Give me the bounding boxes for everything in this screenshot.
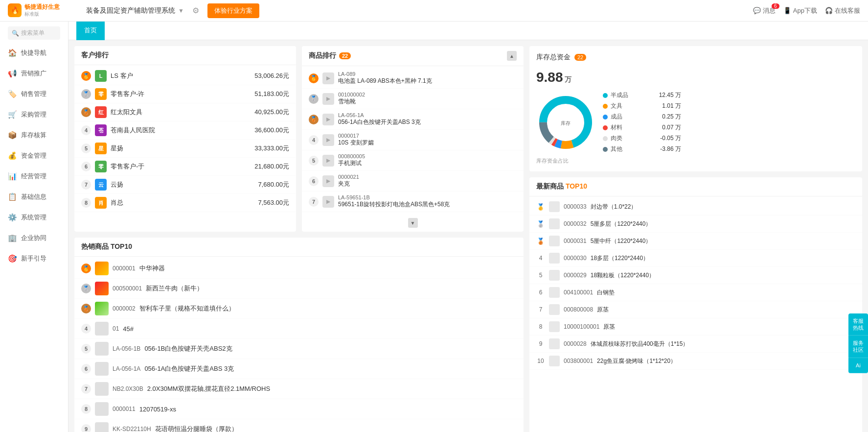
avatar: 星 bbox=[95, 143, 107, 154]
sidebar-item-marketing[interactable]: 📢 营销推广 bbox=[0, 63, 68, 84]
customer-service-button[interactable]: 客服热线 bbox=[848, 313, 868, 336]
sidebar-item-company[interactable]: 🏢 企业协同 bbox=[0, 228, 68, 248]
float-buttons: 客服热线 服务社区 Ai bbox=[848, 313, 868, 373]
avatar: L bbox=[95, 70, 107, 82]
product-code: LA-089 bbox=[338, 71, 517, 77]
sidebar-label: 系统管理 bbox=[21, 213, 46, 222]
legend-item-stationery: 文具 1.01 万 bbox=[603, 102, 681, 110]
customer-name: LS 客户 bbox=[111, 72, 251, 80]
product-name: 手机测试 bbox=[338, 159, 517, 168]
scroll-up-icon[interactable]: ▲ bbox=[507, 51, 517, 61]
table-row: 🥈 ▶ 001000002 雪地靴 bbox=[302, 89, 524, 109]
list-item: 🥈 0000032 5厘多层（1220*2440） bbox=[529, 216, 862, 233]
list-item: 7 000800008 原茎 bbox=[529, 301, 862, 318]
hot-products-header: 热销商品 TOP10 bbox=[74, 238, 524, 257]
scroll-down-icon[interactable]: ▼ bbox=[408, 218, 418, 228]
legend-value: 0.07 万 bbox=[662, 123, 681, 132]
product-thumbnail bbox=[549, 270, 560, 281]
app-download-button[interactable]: 📱 App下载 bbox=[783, 6, 817, 15]
product-name: 10S 变刻罗孀 bbox=[338, 139, 517, 147]
message-button[interactable]: 💬 消息 6 bbox=[753, 6, 776, 15]
product-img: ▶ bbox=[322, 196, 334, 208]
sidebar-item-inventory[interactable]: 📦 库存核算 bbox=[0, 125, 68, 145]
sidebar-item-basic[interactable]: 📋 基础信息 bbox=[0, 187, 68, 207]
product-ranking-card: 商品排行 22 ▲ 🥇 ▶ LA-089 电池盖 LA-089 ABS本色+黑种… bbox=[302, 46, 524, 232]
sidebar-item-operation[interactable]: 📊 经营管理 bbox=[0, 166, 68, 187]
product-code: 0000001 bbox=[113, 265, 136, 272]
dropdown-arrow-icon[interactable]: ▼ bbox=[178, 7, 184, 14]
product-thumbnail bbox=[549, 304, 560, 315]
online-service-button[interactable]: 🎧 在线客服 bbox=[825, 6, 860, 15]
message-badge: 6 bbox=[772, 3, 779, 9]
product-ranking-header: 商品排行 22 ▲ bbox=[302, 46, 524, 66]
page-tabs: 首页 bbox=[69, 22, 868, 40]
product-thumbnail bbox=[95, 422, 109, 432]
sidebar-item-guide[interactable]: 🎯 新手引导 bbox=[0, 248, 68, 269]
rank-num-4: 4 bbox=[309, 135, 319, 145]
legend-value: 0.25 万 bbox=[662, 113, 681, 121]
inventory-icon: 📦 bbox=[8, 131, 17, 140]
product-thumbnail bbox=[95, 382, 109, 396]
sidebar-item-system[interactable]: ⚙️ 系统管理 bbox=[0, 207, 68, 228]
hot-products-title: 热销商品 TOP10 bbox=[81, 242, 132, 251]
product-name: 18多层（1220*2440） bbox=[591, 254, 649, 263]
purchase-icon: 🛒 bbox=[8, 110, 17, 119]
sidebar-item-finance[interactable]: 💰 资金管理 bbox=[0, 145, 68, 166]
sidebar-label: 企业协同 bbox=[21, 234, 46, 242]
sidebar-label: 资金管理 bbox=[21, 151, 46, 160]
legend-item-meat: 肉类 -0.05 万 bbox=[603, 134, 681, 143]
right-panel: 库存总资金 22 9.88 万 bbox=[529, 46, 862, 432]
list-item: 🥇 0000001 中华神器 bbox=[74, 259, 524, 279]
service-community-button[interactable]: 服务社区 bbox=[848, 336, 868, 358]
rank-medal-2: 🥈 bbox=[81, 89, 91, 99]
avatar: 苍 bbox=[95, 124, 107, 136]
list-item: 5 0000029 18颗粒板（1220*2440） bbox=[529, 267, 862, 284]
product-code: 0000028 bbox=[564, 340, 587, 347]
table-row: 7 ▶ LA-59651-1B 59651-1B旋转投影灯电池盒ABS黑色+58… bbox=[302, 192, 524, 212]
search-menu-input[interactable]: 🔍 搜索菜单 bbox=[8, 26, 60, 40]
product-name: 056-1A白色按键开关盖ABS 3克 bbox=[338, 118, 517, 126]
sidebar-item-quick-nav[interactable]: 🏠 快捷导航 bbox=[0, 43, 68, 63]
tab-home[interactable]: 首页 bbox=[76, 22, 105, 40]
product-img: ▶ bbox=[322, 155, 334, 167]
list-item: 6 004100001 白钢垫 bbox=[529, 284, 862, 301]
inventory-title: 库存总资金 22 bbox=[536, 53, 586, 62]
product-thumbnail bbox=[95, 282, 109, 295]
rank-num-5: 5 bbox=[81, 144, 91, 153]
settings-button[interactable]: ⚙ bbox=[189, 4, 203, 18]
trial-button[interactable]: 体验行业方案 bbox=[207, 3, 259, 18]
product-thumbnail bbox=[549, 218, 560, 229]
rank-medal-3: 🥉 bbox=[81, 304, 91, 313]
rank-medal-1: 🥇 bbox=[309, 73, 319, 83]
product-img: ▶ bbox=[322, 93, 334, 105]
list-item: 7 NB2.0X30B 2.0X30MM双摆花轴,摆花直径2.1MM/ROHS bbox=[74, 379, 524, 399]
legend-label: 其他 bbox=[611, 145, 657, 153]
product-thumbnail bbox=[549, 236, 560, 246]
customer-amount: 36,600.00元 bbox=[254, 126, 289, 135]
left-mid-section: 客户排行 🥇 L LS 客户 53,006.26元 🥈 零 零售客户-许 bbox=[74, 46, 524, 432]
list-item: 4 01 45# bbox=[74, 319, 524, 339]
list-item: 8 10000100001 原茎 bbox=[529, 318, 862, 336]
customer-name: 苍南县人民医院 bbox=[111, 126, 251, 135]
rank-num-7: 7 bbox=[536, 306, 545, 313]
sidebar-label: 营销推广 bbox=[21, 69, 46, 78]
sidebar-item-sales[interactable]: 🏷️ 销售管理 bbox=[0, 84, 68, 104]
product-img: ▶ bbox=[322, 175, 334, 187]
list-item: 4 0000030 18多层（1220*2440） bbox=[529, 250, 862, 267]
sales-icon: 🏷️ bbox=[8, 90, 17, 98]
legend-dot bbox=[603, 93, 608, 98]
customer-name: 零售客户-于 bbox=[111, 162, 251, 171]
table-row: 4 苍 苍南县人民医院 36,600.00元 bbox=[74, 121, 296, 140]
customer-amount: 7,680.00元 bbox=[258, 180, 289, 189]
product-code: 001000002 bbox=[338, 92, 517, 97]
sidebar-search-area[interactable]: 🔍 搜索菜单 bbox=[0, 22, 68, 43]
product-name: 056-1B白色按键开关壳ABS2克 bbox=[144, 344, 232, 353]
product-ranking-title: 商品排行 bbox=[309, 51, 336, 60]
legend-item-other: 其他 -3.86 万 bbox=[603, 145, 681, 153]
newest-products-card: 最新商品 TOP10 🥇 0000033 封边带（1.0*22） 🥈 000 bbox=[529, 177, 862, 432]
sidebar-item-purchase[interactable]: 🛒 采购管理 bbox=[0, 104, 68, 125]
product-thumbnail bbox=[95, 402, 109, 416]
customer-name: 云扬 bbox=[111, 180, 254, 189]
ai-button[interactable]: Ai bbox=[848, 358, 868, 373]
product-code: 000500001 bbox=[113, 285, 142, 292]
